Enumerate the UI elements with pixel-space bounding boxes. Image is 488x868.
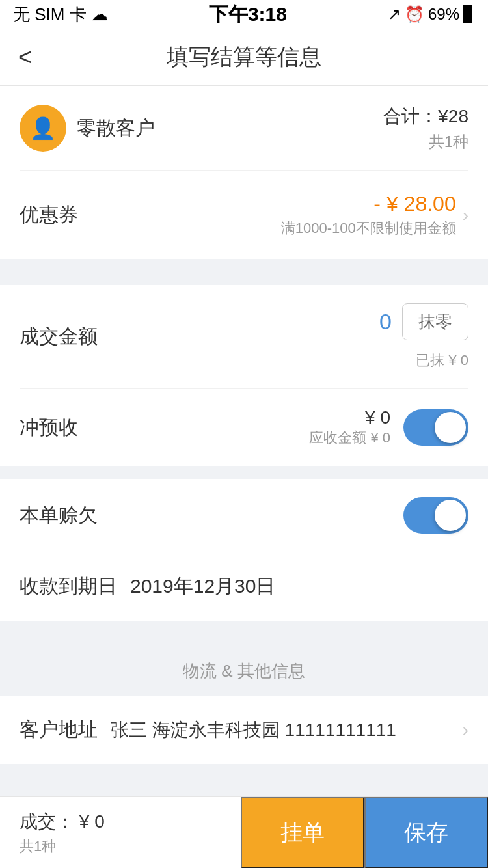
- avatar: 👤: [20, 105, 66, 152]
- transaction-amount-row: 成交金额 0 抹零 已抹 ¥ 0: [0, 285, 488, 388]
- battery-icon: ▊: [463, 5, 475, 23]
- section-gap-3: [0, 634, 488, 647]
- nav-bar: < 填写结算等信息: [0, 29, 488, 86]
- credit-label: 本单赊欠: [20, 502, 98, 529]
- alarm-icon: ⏰: [405, 5, 424, 23]
- chevron-right-icon: ›: [463, 205, 468, 226]
- coupon-amount: - ¥ 28.00: [281, 192, 456, 216]
- section-gap-2: [0, 466, 488, 479]
- customer-count: 共1种: [383, 131, 468, 152]
- due-date-row: 收款到期日 2019年12月30日: [0, 552, 488, 621]
- logistics-header: 物流 & 其他信息: [20, 660, 468, 683]
- logistics-title: 物流 & 其他信息: [183, 660, 305, 683]
- bottom-summary-amount: 成交： ¥ 0: [20, 809, 221, 834]
- due-date-label: 收款到期日: [20, 573, 117, 600]
- hold-button[interactable]: 挂单: [241, 797, 364, 869]
- customer-name: 零散客户: [77, 115, 155, 142]
- round-zero-button[interactable]: 抹零: [402, 303, 468, 340]
- address-section: 客户地址 张三 海淀永丰科技园 11111111111 ›: [0, 696, 488, 764]
- prepayment-sub: 应收金额 ¥ 0: [309, 428, 390, 448]
- customer-total: 合计：¥28: [383, 104, 468, 129]
- no-sim-text: 无 SIM 卡 ☁: [13, 3, 108, 26]
- status-right: ↗ ⏰ 69% ▊: [388, 5, 475, 23]
- page-title: 填写结算等信息: [167, 42, 321, 72]
- coupon-row[interactable]: 优惠券 - ¥ 28.00 满1000-100不限制使用金额 ›: [0, 171, 488, 259]
- logistics-line-left: [20, 671, 170, 671]
- status-bar: 无 SIM 卡 ☁ 下午3:18 ↗ ⏰ 69% ▊: [0, 0, 488, 29]
- logistics-section: 物流 & 其他信息: [0, 647, 488, 696]
- customer-section: 👤 零散客户 合计：¥28 共1种 优惠券 - ¥ 28.00 满1000-10…: [0, 86, 488, 259]
- battery-text: 69%: [428, 5, 459, 23]
- avatar-icon: 👤: [30, 116, 56, 141]
- transaction-amount-value[interactable]: 0: [366, 309, 392, 334]
- address-label: 客户地址: [20, 716, 98, 743]
- transaction-label: 成交金额: [20, 323, 98, 350]
- coupon-label: 优惠券: [20, 202, 78, 228]
- bottom-summary-label: 成交：: [20, 811, 74, 832]
- address-value: 张三 海淀永丰科技园 11111111111: [111, 718, 463, 742]
- prepayment-label: 冲预收: [20, 414, 78, 441]
- transaction-section: 成交金额 0 抹零 已抹 ¥ 0 冲预收 ¥ 0 应收金额 ¥ 0: [0, 285, 488, 466]
- bottom-summary: 成交： ¥ 0 共1种: [0, 809, 241, 856]
- due-date-value: 2019年12月30日: [130, 573, 275, 600]
- back-button[interactable]: <: [18, 44, 32, 71]
- credit-toggle-knob: [435, 500, 466, 531]
- save-button[interactable]: 保存: [364, 797, 488, 869]
- address-chevron-icon: ›: [463, 720, 468, 740]
- customer-right: 合计：¥28 共1种: [383, 104, 468, 152]
- bottom-bar: 成交： ¥ 0 共1种 挂单 保存: [0, 796, 488, 868]
- logistics-line-right: [318, 671, 468, 671]
- status-time: 下午3:18: [209, 1, 287, 28]
- customer-left: 👤 零散客户: [20, 105, 155, 152]
- credit-toggle[interactable]: [403, 497, 468, 534]
- customer-row: 👤 零散客户 合计：¥28 共1种: [0, 86, 488, 170]
- transaction-sub-text: 已抹 ¥ 0: [416, 351, 468, 370]
- prepayment-amount: ¥ 0: [309, 407, 390, 428]
- bottom-summary-count: 共1种: [20, 837, 221, 856]
- bottom-summary-value: ¥ 0: [79, 811, 105, 832]
- location-icon: ↗: [388, 5, 401, 23]
- content: 👤 零散客户 合计：¥28 共1种 优惠券 - ¥ 28.00 满1000-10…: [0, 86, 488, 855]
- address-row[interactable]: 客户地址 张三 海淀永丰科技园 11111111111 ›: [0, 696, 488, 764]
- credit-section: 本单赊欠 收款到期日 2019年12月30日: [0, 479, 488, 621]
- section-gap-1: [0, 272, 488, 285]
- coupon-description: 满1000-100不限制使用金额: [281, 219, 456, 238]
- prepayment-toggle[interactable]: [403, 409, 468, 446]
- credit-row: 本单赊欠: [0, 479, 488, 552]
- prepayment-row: 冲预收 ¥ 0 应收金额 ¥ 0: [0, 389, 488, 466]
- status-left: 无 SIM 卡 ☁: [13, 3, 108, 26]
- toggle-knob: [435, 412, 466, 443]
